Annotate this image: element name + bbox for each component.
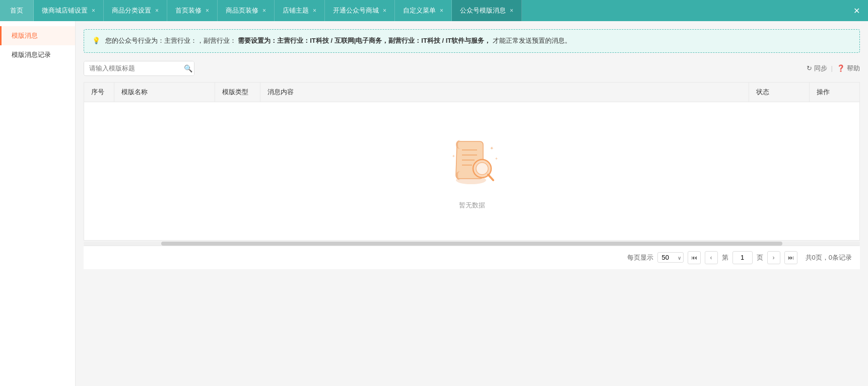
col-index: 序号 bbox=[84, 82, 114, 102]
svg-text:✦: ✦ bbox=[490, 145, 494, 151]
col-actions: 操作 bbox=[810, 82, 860, 102]
tab-category-settings[interactable]: 商品分类设置 × bbox=[104, 0, 167, 21]
toolbar: 🔍 ↻ 同步 | ❓ 帮助 bbox=[84, 61, 860, 76]
data-table: 序号 模版名称 模版类型 消息内容 状态 bbox=[84, 82, 860, 241]
col-name: 模版名称 bbox=[114, 82, 215, 102]
main-layout: 模版消息 模版消息记录 💡 您的公众号行业为：主营行业：，副营行业： 需要设置为… bbox=[0, 21, 868, 386]
horizontal-scrollbar[interactable] bbox=[84, 242, 860, 246]
tab-bar: 首页 微商城店铺设置 × 商品分类设置 × 首页装修 × 商品页装修 × 店铺主… bbox=[0, 0, 868, 21]
close-all-button[interactable]: ✕ bbox=[845, 6, 868, 16]
pagination: 每页显示 50 20 100 ⏮ ‹ 第 1 页 › ⏭ 共0页，0条记录 bbox=[84, 246, 860, 269]
notice-icon: 💡 bbox=[92, 37, 100, 44]
svg-text:✦: ✦ bbox=[452, 154, 455, 159]
toolbar-right: ↻ 同步 | ❓ 帮助 bbox=[807, 64, 860, 73]
sync-icon: ↻ bbox=[807, 64, 812, 72]
col-content: 消息内容 bbox=[260, 82, 749, 102]
sidebar-item-template-message[interactable]: 模版消息 bbox=[0, 26, 75, 45]
tab-close-icon[interactable]: × bbox=[262, 7, 266, 14]
per-page-select[interactable]: 50 20 100 bbox=[657, 252, 684, 263]
empty-text: 暂无数据 bbox=[459, 201, 485, 210]
prev-page-button[interactable]: ‹ bbox=[705, 251, 718, 264]
table-empty-row: ✦ ✦ ✦ 暂无数据 bbox=[84, 102, 860, 240]
search-button[interactable]: 🔍 bbox=[179, 61, 194, 75]
empty-illustration: ✦ ✦ ✦ bbox=[442, 132, 502, 193]
tab-product-decor[interactable]: 商品页装修 × bbox=[218, 0, 275, 21]
tab-custom-menu[interactable]: 自定义菜单 × bbox=[395, 0, 452, 21]
svg-text:✦: ✦ bbox=[495, 157, 498, 161]
search-input[interactable] bbox=[84, 61, 179, 75]
col-status: 状态 bbox=[749, 82, 810, 102]
sync-button[interactable]: ↻ 同步 bbox=[807, 64, 827, 73]
help-icon: ❓ bbox=[837, 64, 845, 72]
empty-state: ✦ ✦ ✦ 暂无数据 bbox=[84, 102, 859, 240]
tab-home[interactable]: 首页 bbox=[0, 0, 34, 21]
tab-shop-settings[interactable]: 微商城店铺设置 × bbox=[34, 0, 104, 21]
tab-close-icon[interactable]: × bbox=[206, 7, 209, 14]
next-page-button[interactable]: › bbox=[767, 251, 780, 264]
sidebar-item-template-record[interactable]: 模版消息记录 bbox=[0, 45, 75, 64]
toolbar-divider: | bbox=[831, 64, 833, 72]
tab-home-decor[interactable]: 首页装修 × bbox=[167, 0, 218, 21]
search-box: 🔍 bbox=[84, 61, 194, 76]
help-button[interactable]: ❓ 帮助 bbox=[837, 64, 860, 73]
tab-close-icon[interactable]: × bbox=[383, 7, 386, 14]
table-container: 序号 模版名称 模版类型 消息内容 状态 bbox=[84, 82, 860, 269]
tab-shop-theme[interactable]: 店铺主题 × bbox=[275, 0, 325, 21]
first-page-button[interactable]: ⏮ bbox=[688, 251, 701, 264]
tab-close-icon[interactable]: × bbox=[155, 7, 159, 14]
sidebar: 模版消息 模版消息记录 bbox=[0, 21, 76, 386]
search-icon: 🔍 bbox=[184, 64, 192, 72]
notice-banner: 💡 您的公众号行业为：主营行业：，副营行业： 需要设置为：主营行业：IT科技 /… bbox=[84, 29, 860, 53]
per-page-select-wrapper[interactable]: 50 20 100 bbox=[657, 252, 684, 263]
tab-template-message[interactable]: 公众号模版消息 × bbox=[452, 0, 522, 21]
tab-close-icon[interactable]: × bbox=[92, 7, 95, 14]
tab-wechat-shop[interactable]: 开通公众号商城 × bbox=[325, 0, 395, 21]
page-number-input[interactable]: 1 bbox=[732, 251, 753, 264]
svg-point-6 bbox=[476, 163, 488, 175]
col-type: 模版类型 bbox=[215, 82, 260, 102]
tab-close-icon[interactable]: × bbox=[313, 7, 316, 14]
tab-close-icon[interactable]: × bbox=[440, 7, 443, 14]
svg-line-7 bbox=[488, 175, 493, 180]
total-info: 共0页，0条记录 bbox=[806, 253, 852, 262]
content-area: 💡 您的公众号行业为：主营行业：，副营行业： 需要设置为：主营行业：IT科技 /… bbox=[76, 21, 868, 386]
last-page-button[interactable]: ⏭ bbox=[784, 251, 797, 264]
scrollbar-thumb[interactable] bbox=[161, 242, 782, 246]
tab-close-icon[interactable]: × bbox=[510, 7, 513, 14]
table-header-row: 序号 模版名称 模版类型 消息内容 状态 bbox=[84, 82, 860, 102]
